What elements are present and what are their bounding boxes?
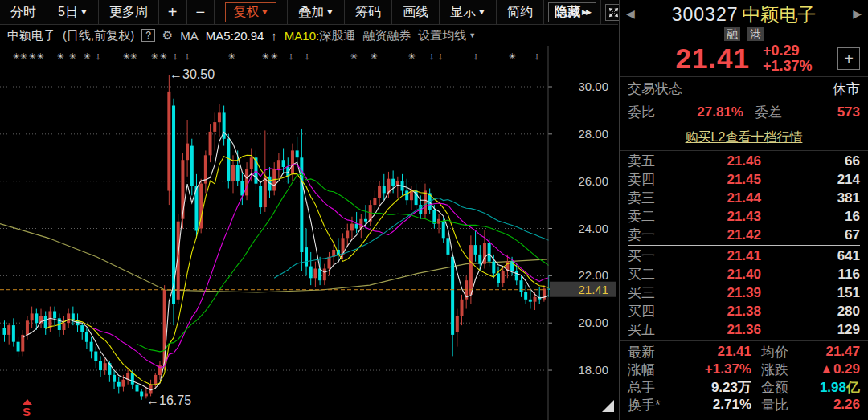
weibi-value: 27.81% bbox=[669, 104, 743, 120]
current-price-tag-text: 21.41 bbox=[578, 283, 608, 296]
event-star-icon: ✳ bbox=[508, 51, 515, 61]
kline-chart-area[interactable]: 30.0028.0026.0024.0022.0020.0018.0021.41… bbox=[0, 46, 618, 420]
gear-icon[interactable]: ⚙ bbox=[162, 28, 173, 43]
event-star-icon: ✳ bbox=[12, 51, 19, 61]
tab-5day[interactable]: 5日▼ bbox=[47, 0, 99, 24]
sell-3-row[interactable]: 卖三21.44381 bbox=[620, 189, 868, 207]
sell-2-label: 卖二 bbox=[628, 207, 674, 226]
margin-trading-link[interactable]: 融资融券 bbox=[362, 28, 411, 43]
sell-5-row[interactable]: 卖五21.4666 bbox=[620, 152, 868, 170]
up-arrow-icon: ↑ bbox=[271, 29, 277, 43]
updown-arrow-icon: ↕ bbox=[429, 50, 435, 62]
sell-1-volume: 67 bbox=[761, 227, 860, 243]
hide-panel-button[interactable]: 隐藏▶▶ bbox=[544, 0, 601, 24]
price-row: 21.41 +0.29 +1.37% + bbox=[620, 41, 868, 76]
updown-arrow-icon: ↕ bbox=[289, 50, 294, 62]
buy-2-row[interactable]: 买二21.40116 bbox=[620, 265, 868, 283]
change-percent: +1.37% bbox=[763, 59, 813, 74]
add-to-watchlist-button[interactable]: + bbox=[837, 47, 860, 70]
tab-minute[interactable]: 分时 bbox=[0, 0, 47, 24]
tab-more-periods[interactable]: 更多周 bbox=[99, 0, 159, 24]
simple-mode-button[interactable]: 简约 bbox=[497, 0, 544, 24]
hk-connect-badge[interactable]: 港 bbox=[747, 27, 764, 41]
tab-more-periods-label: 更多周 bbox=[109, 4, 148, 21]
buy-4-volume: 280 bbox=[761, 304, 860, 320]
hide-panel-label: 隐藏 bbox=[555, 4, 580, 21]
chip-distribution-label: 筹码 bbox=[355, 4, 381, 21]
next-stock-arrow-icon[interactable]: ▶ bbox=[853, 7, 862, 20]
margin-badge[interactable]: 融 bbox=[724, 27, 740, 41]
sell-5-label: 卖五 bbox=[628, 152, 674, 170]
zoom-out-button[interactable]: − bbox=[187, 0, 215, 24]
display-button[interactable]: 显示▼ bbox=[440, 0, 497, 24]
sell-1-label: 卖一 bbox=[628, 226, 674, 244]
draw-line-button[interactable]: 画线 bbox=[392, 0, 440, 24]
event-star-icon: ✳ bbox=[19, 51, 27, 61]
event-star-icon: ✳ bbox=[129, 51, 137, 61]
orderbook-divider bbox=[628, 245, 860, 246]
event-star-icon: ✳ bbox=[150, 51, 158, 61]
stats-row-turnover: 换手*2.71% 量比2.26 bbox=[620, 396, 868, 414]
stats-block: 最新21.41 均价21.47 涨幅+1.37% 涨跌▲0.29 总手 9.23… bbox=[620, 340, 868, 414]
event-star-icon: ✳ bbox=[56, 51, 63, 61]
buy-3-row[interactable]: 买三21.39151 bbox=[620, 283, 868, 302]
sell-4-price: 21.45 bbox=[674, 172, 761, 188]
ma-settings-label: 设置均线 bbox=[418, 28, 466, 43]
event-star-icon: ✳ bbox=[36, 51, 43, 61]
updown-arrow-icon: ↕ bbox=[534, 50, 540, 62]
buy-5-price: 21.36 bbox=[674, 322, 761, 338]
ma-label: MA bbox=[180, 29, 199, 43]
adjust-mode-button[interactable]: 复权▼ bbox=[215, 0, 288, 24]
y-axis-label: 20.00 bbox=[578, 316, 608, 329]
buy-4-row[interactable]: 买四21.38280 bbox=[620, 302, 868, 320]
commission-ratio-row: 委比 27.81% 委差 573 bbox=[620, 100, 868, 124]
daily-candlestick-chart[interactable]: 30.0028.0026.0024.0022.0020.0018.0021.41… bbox=[0, 46, 618, 420]
ma-settings-button[interactable]: 设置均线▼ bbox=[418, 28, 476, 43]
buy-5-row[interactable]: 买五21.36129 bbox=[620, 320, 868, 339]
display-label: 显示 bbox=[450, 4, 476, 21]
prev-stock-arrow-icon[interactable]: ◀ bbox=[626, 7, 635, 20]
minus-icon: − bbox=[196, 3, 206, 22]
y-axis-label: 26.00 bbox=[578, 174, 608, 188]
sell-4-volume: 214 bbox=[761, 172, 860, 188]
trade-status-label: 交易状态 bbox=[628, 80, 682, 98]
sell-2-row[interactable]: 卖二21.4316 bbox=[620, 207, 868, 226]
szse-connect-link[interactable]: 深股通 bbox=[319, 28, 355, 43]
signal-arrow-icon bbox=[23, 399, 32, 405]
buy-2-label: 买二 bbox=[628, 265, 674, 283]
price-annotation: ←16.75 bbox=[146, 393, 191, 407]
event-star-icon: ✳ bbox=[350, 51, 357, 61]
stock-app-window: 分时 5日▼ 更多周 + − 复权▼ 叠加▼ 筹码 画线 显示▼ 简约 隐藏▶▶… bbox=[0, 0, 868, 420]
chip-distribution-button[interactable]: 筹码 bbox=[345, 0, 392, 24]
overlay-button[interactable]: 叠加▼ bbox=[288, 0, 345, 24]
stats-row-change: 涨幅+1.37% 涨跌▲0.29 bbox=[620, 361, 868, 378]
trade-status-value: 休市 bbox=[833, 80, 860, 98]
ma5-value: MA5:20.94 bbox=[206, 29, 264, 43]
help-icon[interactable]: ? bbox=[141, 29, 155, 42]
avg-price-value: 21.47 bbox=[806, 344, 860, 360]
buy-3-label: 买三 bbox=[628, 283, 674, 302]
overlay-label: 叠加 bbox=[298, 4, 324, 21]
ma10-label: MA10: bbox=[285, 29, 319, 43]
latest-label: 最新 bbox=[628, 343, 678, 361]
buy-l2-link[interactable]: 购买L2查看十档行情 bbox=[686, 129, 803, 146]
volume-ratio-label: 量比 bbox=[761, 396, 806, 414]
y-axis-label: 18.00 bbox=[578, 363, 608, 377]
weicha-value: 573 bbox=[796, 104, 860, 120]
draw-line-label: 画线 bbox=[403, 4, 428, 21]
zoom-in-button[interactable]: + bbox=[159, 0, 187, 24]
sell-1-row[interactable]: 卖一21.4267 bbox=[620, 226, 868, 244]
buy-1-row[interactable]: 买一21.41641 bbox=[620, 247, 868, 265]
buy-3-price: 21.39 bbox=[674, 285, 761, 301]
sell-4-label: 卖四 bbox=[628, 170, 674, 189]
sell-4-row[interactable]: 卖四21.45214 bbox=[620, 170, 868, 189]
event-star-icon: ✳ bbox=[407, 51, 415, 61]
abs-change-value: ▲0.29 bbox=[806, 361, 860, 377]
quote-header: ◀ 300327 中颖电子 ▶ bbox=[620, 0, 868, 24]
buy-1-price: 21.41 bbox=[674, 248, 761, 264]
last-price: 21.41 bbox=[675, 43, 750, 75]
stock-code: 300327 bbox=[672, 4, 739, 25]
tab-5day-label: 5日 bbox=[58, 4, 78, 21]
event-star-icon: ✳ bbox=[270, 51, 277, 61]
stock-badges: 融 港 bbox=[620, 27, 868, 41]
